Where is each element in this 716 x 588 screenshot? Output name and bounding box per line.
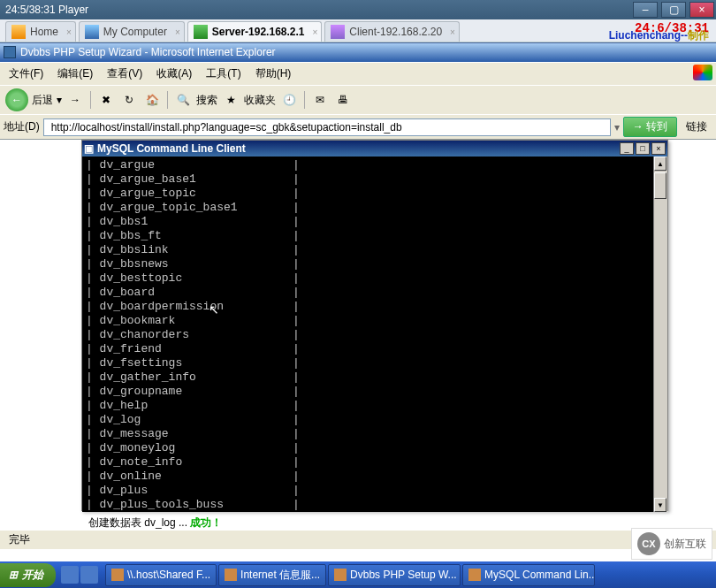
ie-window: Dvbbs PHP Setup Wizard - Microsoft Inter… [0, 42, 716, 581]
taskbar: ⊞开始 \\.host\Shared F... Internet 信息服... … [0, 561, 716, 588]
close-icon[interactable]: × [313, 27, 318, 37]
taskbar-item-iis[interactable]: Internet 信息服... [218, 564, 326, 586]
pc-icon [85, 25, 99, 39]
mail-button[interactable]: ✉ [310, 90, 330, 110]
scroll-up-icon[interactable]: ▲ [654, 157, 666, 171]
close-icon[interactable]: × [66, 27, 72, 37]
console-body: | dv_argue | | dv_argue_base1 | | dv_arg… [82, 157, 667, 512]
console-titlebar[interactable]: ▣MySQL Command Line Client _ □ × [82, 141, 667, 157]
cmd-icon: ▣ [84, 142, 94, 155]
favorites-label[interactable]: 收藏夹 [244, 93, 276, 108]
ie-toolbar: ← 后退 ▾ → ✖ ↻ 🏠 🔍搜索 ★收藏夹 🕘 ✉ 🖶 [0, 85, 716, 114]
close-icon[interactable]: × [175, 27, 180, 37]
taskbar-item-shared[interactable]: \\.host\Shared F... [105, 564, 217, 586]
console-max-button[interactable]: □ [636, 142, 650, 155]
ie-icon [4, 46, 16, 58]
go-button[interactable]: → 转到 [623, 117, 677, 137]
console-output[interactable]: | dv_argue | | dv_argue_base1 | | dv_arg… [82, 157, 653, 512]
print-button[interactable]: 🖶 [333, 90, 353, 110]
favorites-icon[interactable]: ★ [221, 90, 240, 110]
ie-title-text: Dvbbs PHP Setup Wizard - Microsoft Inter… [20, 46, 276, 58]
ie-menubar: 文件(F) 编辑(E) 查看(V) 收藏(A) 工具(T) 帮助(H) [0, 62, 716, 85]
scroll-down-icon[interactable]: ▼ [654, 498, 666, 512]
links-label[interactable]: 链接 [681, 118, 712, 136]
menu-help[interactable]: 帮助(H) [250, 65, 297, 83]
ie-content: ▣MySQL Command Line Client _ □ × | dv_ar… [0, 139, 716, 581]
menu-edit[interactable]: 编辑(E) [52, 65, 98, 83]
forward-button[interactable]: → [65, 90, 85, 110]
tab-mycomputer[interactable]: My Computer× [79, 21, 185, 42]
player-title: 24:5/38:31 Player [5, 4, 88, 16]
history-button[interactable]: 🕘 [279, 90, 299, 110]
start-button[interactable]: ⊞开始 [0, 563, 56, 587]
watermark-icon: CX [637, 532, 660, 555]
taskbar-item-dvbbs[interactable]: Dvbbs PHP Setup W... [328, 564, 461, 586]
tab-server[interactable]: Server-192.168.2.1× [187, 21, 323, 42]
console-scrollbar[interactable]: ▲ ▼ [653, 157, 667, 512]
tab-client[interactable]: Client-192.168.2.20× [324, 21, 460, 42]
home-icon [11, 25, 26, 39]
client-icon [331, 25, 345, 39]
ie-addressbar: 地址(D) http://localhost/install/install.p… [0, 114, 716, 139]
cmd-icon [468, 569, 481, 581]
iis-icon [225, 569, 237, 581]
menu-fav[interactable]: 收藏(A) [151, 65, 197, 83]
ie-icon [334, 569, 347, 581]
scroll-thumb[interactable] [654, 172, 666, 199]
ql-desktop-icon[interactable] [61, 566, 79, 584]
ie-throbber-icon [693, 65, 712, 80]
windows-icon: ⊞ [9, 569, 18, 581]
address-input[interactable]: http://localhost/install/install.php?lan… [43, 118, 611, 136]
refresh-button[interactable]: ↻ [119, 90, 139, 110]
server-icon [194, 25, 208, 39]
menu-tools[interactable]: 工具(T) [201, 65, 246, 83]
console-min-button[interactable]: _ [620, 142, 634, 155]
back-button[interactable]: ← [5, 88, 28, 111]
minimize-button[interactable]: – [633, 2, 658, 18]
folder-icon [111, 569, 124, 581]
player-window-controls: – ▢ × [631, 0, 716, 19]
menu-view[interactable]: 查看(V) [102, 65, 148, 83]
close-icon[interactable]: × [450, 27, 455, 37]
stop-button[interactable]: ✖ [96, 90, 116, 110]
tab-home[interactable]: Home× [5, 21, 76, 42]
watermark: CX 创新互联 [631, 528, 712, 560]
search-label[interactable]: 搜索 [196, 93, 217, 108]
maximize-button[interactable]: ▢ [661, 2, 686, 18]
menu-file[interactable]: 文件(F) [4, 65, 49, 83]
home-button[interactable]: 🏠 [142, 90, 162, 110]
ie-statusbar: 完毕 🖥本地 In [0, 530, 716, 549]
search-icon[interactable]: 🔍 [173, 90, 193, 110]
back-label[interactable]: 后退 [32, 93, 53, 108]
console-close-button[interactable]: × [651, 142, 666, 155]
status-text: 完毕 [9, 532, 30, 547]
close-button[interactable]: × [689, 2, 714, 18]
mysql-console-window: ▣MySQL Command Line Client _ □ × | dv_ar… [81, 140, 668, 511]
quick-launch [61, 566, 98, 584]
taskbar-item-mysql[interactable]: MySQL Command Lin... [462, 564, 595, 586]
ql-ie-icon[interactable] [80, 566, 98, 584]
ie-titlebar: Dvbbs PHP Setup Wizard - Microsoft Inter… [0, 42, 716, 62]
overlay-credit: Liuchenchang--制作 [609, 28, 709, 43]
player-titlebar: 24:5/38:31 Player – ▢ × [0, 0, 716, 19]
addr-label: 地址(D) [4, 119, 40, 134]
